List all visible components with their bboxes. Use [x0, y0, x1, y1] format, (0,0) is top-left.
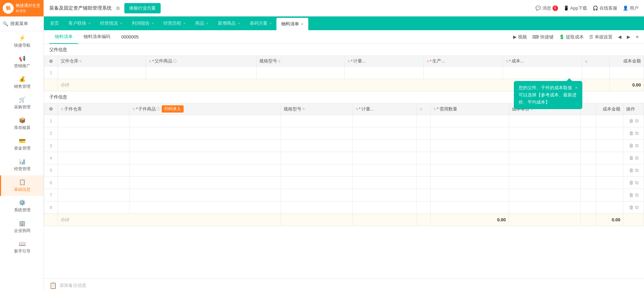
parent-cost-cell[interactable]: [503, 67, 582, 79]
tab-profit[interactable]: 利润报告 ×: [127, 16, 159, 30]
child-qty-cell[interactable]: [431, 127, 509, 140]
parent-unit-cell[interactable]: [344, 67, 423, 79]
parent-th-settings[interactable]: ⚙: [44, 56, 58, 67]
tab-operations[interactable]: 经营情况 ×: [95, 16, 127, 30]
child-unit-cost-cell[interactable]: [509, 140, 580, 152]
tab-close-icon[interactable]: ×: [301, 22, 303, 26]
tab-products[interactable]: 商品 ×: [190, 16, 213, 30]
child-product-cell[interactable]: [129, 164, 281, 177]
sidebar-item-inventory[interactable]: 📦 库存核算: [0, 114, 44, 134]
sidebar-item-basic-info[interactable]: 📋 基础信息: [0, 175, 44, 196]
copy-icon[interactable]: ⧉: [635, 192, 639, 198]
user-item[interactable]: 👤 用户: [623, 5, 639, 11]
child-product-cell[interactable]: [129, 152, 281, 164]
child-warehouse-cell[interactable]: [58, 127, 129, 140]
child-product-cell[interactable]: [129, 127, 281, 140]
child-spec-cell[interactable]: [281, 177, 352, 189]
tab-close-icon[interactable]: ×: [183, 21, 185, 25]
shortcut-btn[interactable]: ⌨ 快捷键: [532, 34, 554, 40]
tab-history[interactable]: 经营历程 ×: [159, 16, 190, 30]
app-download-item[interactable]: 📱 App下载: [564, 5, 587, 11]
child-unit-cost-cell[interactable]: [509, 164, 580, 177]
delete-icon[interactable]: 🗑: [629, 167, 634, 173]
scan-input-button[interactable]: 扫码录入: [162, 105, 184, 113]
delete-icon[interactable]: 🗑: [629, 130, 634, 136]
child-unit-cost-cell[interactable]: [509, 177, 580, 189]
menu-icon[interactable]: ≡: [636, 34, 639, 39]
child-unit-cell[interactable]: [352, 115, 417, 127]
child-unit-cost-cell[interactable]: [509, 201, 580, 214]
tab-bom[interactable]: 物料清单 ×: [276, 18, 308, 30]
child-unit-cell[interactable]: [352, 177, 417, 189]
delete-icon[interactable]: 🗑: [629, 118, 634, 124]
tab-close-icon[interactable]: ×: [152, 21, 154, 25]
child-unit-cost-cell[interactable]: [509, 152, 580, 164]
child-spec-cell[interactable]: [281, 201, 352, 214]
child-unit-cell[interactable]: [352, 189, 417, 201]
tab-close-icon[interactable]: ×: [270, 21, 272, 25]
extract-cost-btn[interactable]: 💲 提取成本: [559, 34, 584, 40]
sidebar-item-finance[interactable]: 💳 资金管理: [0, 134, 44, 155]
child-unit-cell[interactable]: [352, 201, 417, 214]
sidebar-item-operations[interactable]: 📊 经营管理: [0, 155, 44, 175]
tab-close-icon[interactable]: ×: [120, 21, 122, 25]
delete-icon[interactable]: 🗑: [629, 155, 634, 161]
child-unit-cell[interactable]: [352, 164, 417, 177]
child-qty-cell[interactable]: [431, 115, 509, 127]
tab-close-icon[interactable]: ×: [238, 21, 240, 25]
child-warehouse-cell[interactable]: [58, 201, 129, 214]
parent-warehouse-cell[interactable]: [58, 67, 146, 79]
child-unit-cell[interactable]: [352, 152, 417, 164]
child-product-cell[interactable]: [129, 201, 281, 214]
copy-icon[interactable]: ⧉: [635, 180, 639, 186]
child-qty-cell[interactable]: [431, 189, 509, 201]
sidebar-item-marketing[interactable]: 📢 营销推广: [0, 52, 44, 72]
child-warehouse-cell[interactable]: [58, 115, 129, 127]
tab-close-icon[interactable]: ×: [88, 21, 90, 25]
settings-gear-icon[interactable]: ⚙: [116, 5, 120, 11]
parent-product-cell[interactable]: [146, 67, 257, 79]
sidebar-item-sales[interactable]: 💰 销售管理: [0, 72, 44, 93]
child-spec-cell[interactable]: [281, 115, 352, 127]
child-warehouse-cell[interactable]: [58, 152, 129, 164]
child-unit-cost-cell[interactable]: [509, 189, 580, 201]
sidebar-item-purchase[interactable]: 🛒 采购管理: [0, 93, 44, 114]
search-menu-button[interactable]: 🔍 搜索菜单: [3, 19, 41, 28]
copy-icon[interactable]: ⧉: [635, 167, 639, 173]
child-warehouse-cell[interactable]: [58, 189, 129, 201]
child-spec-cell[interactable]: [281, 152, 352, 164]
child-unit-cost-cell[interactable]: [509, 127, 580, 140]
child-spec-cell[interactable]: [281, 127, 352, 140]
child-unit-cell[interactable]: [352, 127, 417, 140]
next-arrow[interactable]: ▶: [627, 34, 630, 39]
child-qty-cell[interactable]: [431, 177, 509, 189]
doc-settings-btn[interactable]: ☰ 单据设置: [589, 34, 612, 40]
child-warehouse-cell[interactable]: [58, 164, 129, 177]
copy-icon[interactable]: ⧉: [635, 205, 639, 210]
child-warehouse-cell[interactable]: [58, 177, 129, 189]
parent-production-cell[interactable]: [423, 67, 503, 79]
child-th-settings[interactable]: ⚙: [44, 103, 58, 115]
sidebar-search-area[interactable]: 🔍 搜索菜单: [0, 16, 44, 31]
child-unit-cell[interactable]: [352, 140, 417, 152]
delete-icon[interactable]: 🗑: [629, 192, 634, 198]
child-product-cell[interactable]: [129, 140, 281, 152]
child-product-cell[interactable]: [129, 177, 281, 189]
info-icon[interactable]: ⓘ: [157, 106, 160, 112]
trial-button[interactable]: 体验行业方案: [124, 3, 161, 13]
child-qty-cell[interactable]: [431, 140, 509, 152]
child-spec-cell[interactable]: [281, 164, 352, 177]
sub-tab-bom[interactable]: 物料清单: [49, 30, 78, 44]
delete-icon[interactable]: 🗑: [629, 180, 634, 186]
sub-tab-bom-code[interactable]: 物料清单编码: [78, 30, 116, 44]
sidebar-item-guide[interactable]: 📖 新手引导: [0, 237, 44, 258]
child-spec-cell[interactable]: [281, 189, 352, 201]
info-icon[interactable]: ⓘ: [173, 59, 177, 64]
copy-icon[interactable]: ⧉: [635, 130, 639, 136]
prev-arrow[interactable]: ◀: [618, 34, 621, 39]
child-qty-cell[interactable]: [431, 152, 509, 164]
sidebar-item-system[interactable]: ⚙️ 系统管理: [0, 196, 44, 217]
child-warehouse-cell[interactable]: [58, 140, 129, 152]
child-product-cell[interactable]: [129, 189, 281, 201]
delete-icon[interactable]: 🗑: [629, 205, 634, 210]
